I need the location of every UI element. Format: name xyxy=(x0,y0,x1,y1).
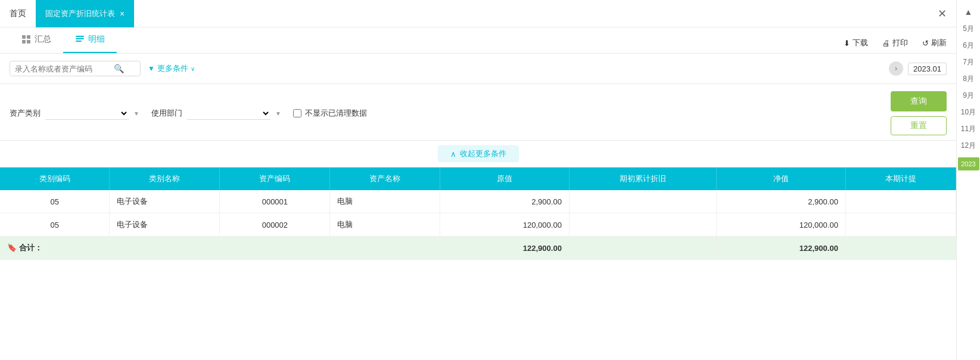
nav-tab-close-btn[interactable]: × xyxy=(120,10,125,18)
hide-cleared-wrap: 不显示已清理数据 xyxy=(293,108,367,119)
td-total-accumulated-depreciation xyxy=(569,237,717,260)
td-category-name: 电子设备 xyxy=(110,213,220,237)
td-total-net-value: 122,900.00 xyxy=(717,237,845,260)
query-btn[interactable]: 查询 xyxy=(891,91,947,111)
table-row: 05 电子设备 000002 电脑 120,000.00 120,000.00 xyxy=(0,213,956,237)
nav-tab-fixed-assets[interactable]: 固定资产折旧统计表 × xyxy=(36,0,134,27)
collapse-more-btn[interactable]: ∧ 收起更多条件 xyxy=(438,145,519,162)
asset-category-label: 资产类别 xyxy=(10,108,41,119)
detail-icon xyxy=(75,35,85,44)
sidebar-month-item[interactable]: 12月 xyxy=(958,137,979,154)
tab-summary-label: 汇总 xyxy=(35,34,51,45)
refresh-icon: ↺ xyxy=(922,39,929,48)
download-btn[interactable]: ⬇ 下载 xyxy=(844,38,868,48)
search-input-wrap[interactable]: 🔍 xyxy=(10,61,141,76)
asset-category-field: 资产类别 ▼ xyxy=(10,107,139,120)
td-net-value: 120,000.00 xyxy=(717,213,845,237)
td-total-period-depreciation xyxy=(845,237,956,260)
svg-rect-4 xyxy=(76,36,84,37)
refresh-btn[interactable]: ↺ 刷新 xyxy=(922,38,947,48)
download-icon: ⬇ xyxy=(844,39,850,48)
td-period-depreciation xyxy=(845,213,956,237)
tab-detail-label: 明细 xyxy=(88,34,105,45)
tab-bar: 汇总 明细 ⬇ 下载 🖨 打印 ↺ 刷新 xyxy=(0,27,956,54)
window-close-btn[interactable]: ✕ xyxy=(938,7,947,20)
asset-category-arrow: ▼ xyxy=(133,110,139,117)
sidebar-up-btn[interactable]: ▲ xyxy=(959,5,978,19)
sidebar-month-item[interactable]: 9月 xyxy=(958,87,979,104)
tab-title: 固定资产折旧统计表 xyxy=(45,8,115,19)
td-total-label: 🔖合计： xyxy=(0,237,220,260)
th-asset-code: 资产编码 xyxy=(220,167,330,190)
more-filter-btn[interactable]: ▼ 更多条件 ∨ xyxy=(148,63,195,74)
tab-actions: ⬇ 下载 🖨 打印 ↺ 刷新 xyxy=(844,38,947,53)
sidebar-collapse-btn[interactable]: › xyxy=(889,61,903,76)
department-arrow: ▼ xyxy=(275,110,281,117)
more-filter-arrow: ∨ xyxy=(191,66,195,72)
table-total-row: 🔖合计： 122,900.00 122,900.00 xyxy=(0,237,956,260)
data-table: 类别编码 类别名称 资产编码 资产名称 原值 期初累计折旧 净值 本期计提 05… xyxy=(0,167,956,260)
sidebar-month-item[interactable]: 6月 xyxy=(958,37,979,54)
hide-cleared-label: 不显示已清理数据 xyxy=(305,108,367,119)
td-total-original-value: 122,900.00 xyxy=(440,237,569,260)
filter-icon: ▼ xyxy=(148,64,155,73)
td-accumulated-depreciation xyxy=(569,213,717,237)
th-net-value: 净值 xyxy=(717,167,845,190)
svg-rect-1 xyxy=(27,35,30,39)
department-label: 使用部门 xyxy=(151,108,182,119)
td-asset-name: 电脑 xyxy=(330,213,440,237)
total-icon: 🔖 xyxy=(7,243,17,252)
data-table-container: 类别编码 类别名称 资产编码 资产名称 原值 期初累计折旧 净值 本期计提 05… xyxy=(0,167,956,360)
svg-rect-6 xyxy=(76,41,82,42)
table-row: 05 电子设备 000001 电脑 2,900.00 2,900.00 xyxy=(0,190,956,213)
tab-detail[interactable]: 明细 xyxy=(63,27,117,53)
sidebar-month-item[interactable]: 10月 xyxy=(958,104,979,120)
reset-btn[interactable]: 重置 xyxy=(891,116,947,135)
table-header-row: 类别编码 类别名称 资产编码 资产名称 原值 期初累计折旧 净值 本期计提 xyxy=(0,167,956,190)
filter-actions: 查询 重置 xyxy=(891,91,947,135)
nav-home[interactable]: 首页 xyxy=(10,8,36,19)
search-filter-bar: 🔍 ▼ 更多条件 ∨ › 2023.01 xyxy=(0,54,956,84)
td-asset-code: 000001 xyxy=(220,190,330,213)
date-badge: 2023.01 xyxy=(908,63,947,75)
refresh-label: 刷新 xyxy=(931,38,947,48)
print-btn[interactable]: 🖨 打印 xyxy=(882,38,908,48)
th-accumulated-depreciation: 期初累计折旧 xyxy=(569,167,717,190)
th-asset-name: 资产名称 xyxy=(330,167,440,190)
collapse-chevron-icon: ∧ xyxy=(450,150,456,159)
top-nav: 首页 固定资产折旧统计表 × ✕ xyxy=(0,0,956,27)
td-period-depreciation xyxy=(845,190,956,213)
right-sidebar: ▲ 5月6月7月8月9月10月11月12月 2023 xyxy=(956,0,980,360)
td-category-name: 电子设备 xyxy=(110,190,220,213)
search-input[interactable] xyxy=(15,64,110,73)
download-label: 下载 xyxy=(853,38,868,48)
td-asset-code: 000002 xyxy=(220,213,330,237)
department-field: 使用部门 ▼ xyxy=(151,107,281,120)
asset-category-select[interactable] xyxy=(45,107,129,120)
advanced-filter: 资产类别 ▼ 使用部门 ▼ 不显示已清理数据 查询 重置 xyxy=(0,84,956,141)
sidebar-month-item[interactable]: 11月 xyxy=(958,120,979,137)
td-total-empty2 xyxy=(330,237,440,260)
td-category-code: 05 xyxy=(0,190,110,213)
td-asset-name: 电脑 xyxy=(330,190,440,213)
svg-rect-0 xyxy=(22,35,26,39)
hide-cleared-checkbox[interactable] xyxy=(293,109,301,117)
th-category-name: 类别名称 xyxy=(110,167,220,190)
svg-rect-3 xyxy=(27,40,30,44)
td-accumulated-depreciation xyxy=(569,190,717,213)
td-net-value: 2,900.00 xyxy=(717,190,845,213)
collapse-more-label: 收起更多条件 xyxy=(460,148,506,159)
summary-icon xyxy=(21,35,31,44)
sidebar-month-item[interactable]: 7月 xyxy=(958,54,979,70)
tab-summary[interactable]: 汇总 xyxy=(10,27,63,53)
td-original-value: 120,000.00 xyxy=(440,213,569,237)
sidebar-year-badge: 2023 xyxy=(958,157,979,170)
department-select[interactable] xyxy=(187,107,270,120)
svg-rect-2 xyxy=(22,40,26,44)
sidebar-month-item[interactable]: 5月 xyxy=(958,20,979,37)
more-filter-label: 更多条件 xyxy=(157,63,188,74)
print-label: 打印 xyxy=(892,38,908,48)
th-original-value: 原值 xyxy=(440,167,569,190)
sidebar-month-item[interactable]: 8月 xyxy=(958,70,979,87)
filter-bar-right: › 2023.01 xyxy=(889,61,947,76)
